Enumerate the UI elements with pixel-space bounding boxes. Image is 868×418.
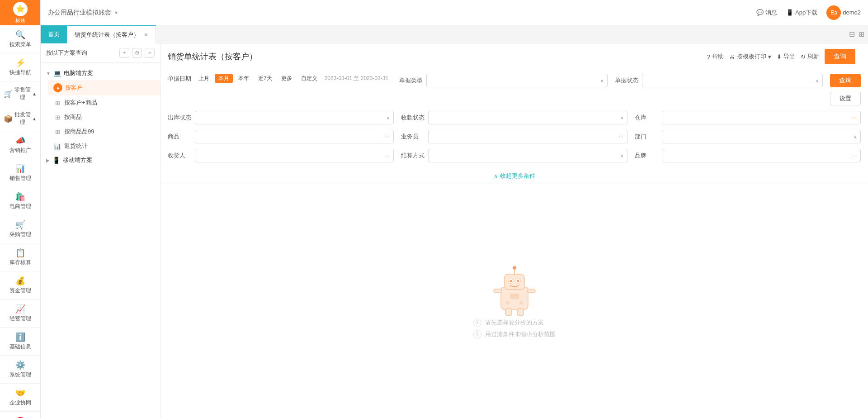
sidebar-item-basic-info[interactable]: ℹ️ 基础信息 (0, 328, 40, 356)
sidebar-item-ecommerce[interactable]: 🛍️ 电商管理 (0, 187, 40, 215)
goods-ellipsis[interactable]: ··· (385, 133, 390, 140)
goods-input[interactable]: ··· (195, 130, 394, 143)
collect-status-input[interactable]: ∨ (428, 111, 627, 124)
settings-button[interactable]: 设置 (830, 92, 861, 105)
mobile-scheme-header[interactable]: ▶ 📱 移动端方案 (41, 153, 160, 167)
message-action[interactable]: 💬 消息 (756, 9, 777, 17)
sidebar-item-finance[interactable]: 💰 资金管理 (0, 271, 40, 299)
sidebar-item-beginner[interactable]: 🎯 新手引导 (0, 412, 40, 418)
date-tab-more[interactable]: 更多 (278, 74, 296, 83)
warehouse-field: 仓库 ··· (635, 111, 861, 124)
settings-scheme-button[interactable]: ⚙ (132, 48, 142, 58)
doc-status-input[interactable]: ∨ (642, 74, 823, 87)
tab-expand-icon[interactable]: ⊞ (859, 30, 864, 38)
doc-status-arrow: ∨ (816, 78, 819, 83)
app-download-label: App下载 (795, 9, 817, 17)
sidebar-item-system[interactable]: ⚙️ 系统管理 (0, 356, 40, 384)
brand-ellipsis[interactable]: ··· (852, 152, 857, 159)
wholesale-icon: 📦 (4, 114, 13, 123)
sidebar-item-label: 搜索菜单 (9, 41, 31, 48)
doc-type-arrow: ∨ (600, 78, 604, 83)
empty-steps: ① 请先选择要分析的方案 ② 用过滤条件来缩小分析范围 (473, 318, 556, 338)
filter-row-2: 出库状态 ∨ 收款状态 ∨ (168, 111, 861, 124)
out-status-arrow: ∨ (387, 115, 390, 120)
add-scheme-button[interactable]: + (119, 48, 129, 58)
date-tab-lastmonth[interactable]: 上月 (195, 74, 213, 83)
warehouse-ellipsis[interactable]: ··· (852, 114, 857, 121)
help-button[interactable]: ? 帮助 (707, 52, 724, 61)
query-button[interactable]: 查询 (825, 49, 855, 64)
sidebar-item-purchase[interactable]: 🛒 采购管理 (0, 215, 40, 243)
app-logo: ⭐ 标账 (0, 0, 40, 25)
salesperson-ellipsis[interactable]: ··· (619, 133, 623, 140)
scheme-by-goods[interactable]: ⊞ 按商品 (48, 110, 160, 124)
collapse-button[interactable]: ∧ 收起更多条件 (494, 172, 535, 180)
print-label: 按模板打印 (737, 52, 766, 61)
header-left: 办公用品行业模拟账套 ▾ (48, 9, 118, 17)
department-field: 部门 ∨ (635, 130, 861, 143)
receiver-input[interactable]: ··· (195, 149, 394, 162)
beginner-icon: 🎯 (2, 416, 38, 418)
sidebar-item-enterprise-coop[interactable]: 🤝 企业协同 (0, 384, 40, 412)
user-profile[interactable]: Ea demo2 (826, 5, 861, 20)
left-panel-header: 按以下方案查询 + ⚙ « (41, 43, 160, 63)
scheme-return-stats[interactable]: 📊 退货统计 (48, 139, 160, 153)
collapse-panel-button[interactable]: « (145, 48, 155, 58)
goods-label: 商品 (168, 133, 195, 141)
brand-input[interactable]: ··· (662, 149, 861, 162)
sidebar-item-wholesale-mgmt[interactable]: 📦 批发管理 ▲ (0, 106, 40, 131)
sidebar-item-marketing[interactable]: 📣 营销推广 (0, 131, 40, 159)
settlement-input[interactable]: ∨ (428, 149, 627, 162)
export-button[interactable]: ⬇ 导出 (777, 52, 795, 61)
refresh-label: 刷新 (807, 52, 819, 61)
scheme-by-customer[interactable]: ● 按客户 (48, 80, 160, 95)
doc-status-field: 单据状态 ∨ (615, 74, 823, 87)
date-tab-7days[interactable]: 近7天 (255, 74, 276, 83)
sidebar-item-sales-mgmt[interactable]: 📊 销售管理 (0, 159, 40, 187)
date-tab-thismonth[interactable]: 本月 (215, 74, 233, 83)
page-title: 销货单统计表（按客户） (168, 51, 257, 62)
collapse-label: 收起更多条件 (500, 172, 535, 180)
svg-point-7 (513, 266, 516, 270)
warehouse-label: 仓库 (635, 114, 662, 122)
sidebar-item-search-menu[interactable]: 🔍 搜索菜单 (0, 25, 40, 53)
print-icon: 🖨 (729, 53, 735, 60)
main-area: 办公用品行业模拟账套 ▾ 💬 消息 📱 App下载 Ea demo2 首页 (41, 0, 868, 418)
header-dropdown-icon[interactable]: ▾ (115, 10, 118, 16)
sidebar-item-retail-mgmt[interactable]: 🛒 零售管理 ▲ (0, 81, 40, 106)
sidebar-item-label: 资金管理 (9, 287, 31, 294)
receiver-label: 收货人 (168, 152, 195, 160)
department-input[interactable]: ∨ (662, 130, 861, 143)
sidebar-item-inventory[interactable]: 📋 库存核算 (0, 243, 40, 271)
pc-group-label: 电脑端方案 (64, 69, 93, 77)
tab-sales-stats[interactable]: 销货单统计表（按客户） ✕ (67, 25, 156, 43)
sidebar-item-label: 企业协同 (9, 399, 31, 406)
mobile-scheme-group: ▶ 📱 移动端方案 (41, 153, 160, 167)
tab-minimize-icon[interactable]: ⊟ (849, 30, 855, 38)
svg-rect-9 (527, 289, 535, 293)
date-tab-thisyear[interactable]: 本年 (235, 74, 253, 83)
sidebar-item-label: 采购管理 (9, 231, 31, 238)
tab-close-icon[interactable]: ✕ (144, 32, 148, 38)
out-status-input[interactable]: ∨ (195, 111, 394, 124)
date-label: 单据日期 (168, 75, 195, 83)
svg-point-14 (519, 301, 523, 304)
refresh-button[interactable]: ↻ 刷新 (801, 52, 819, 61)
pc-scheme-group-header[interactable]: ▼ 💻 电脑端方案 (41, 66, 160, 80)
marketing-icon: 📣 (2, 136, 38, 146)
app-download-action[interactable]: 📱 App下载 (786, 9, 817, 17)
salesperson-input[interactable]: ··· (428, 130, 627, 143)
tab-home[interactable]: 首页 (41, 25, 67, 43)
scheme-by-customer-goods[interactable]: ⊞ 按客户+商品 (48, 95, 160, 110)
warehouse-input[interactable]: ··· (662, 111, 861, 124)
print-button[interactable]: 🖨 按模板打印 ▾ (729, 52, 771, 61)
sidebar-item-label: 销售管理 (9, 175, 31, 181)
sidebar-item-quick-nav[interactable]: ⚡ 快捷导航 (0, 53, 40, 81)
query-submit-button[interactable]: 查询 (830, 74, 861, 87)
sidebar-item-operation[interactable]: 📈 经营管理 (0, 299, 40, 328)
doc-type-input[interactable]: ∨ (426, 74, 607, 87)
scheme-by-goods-99[interactable]: ⊞ 按商品品99 (48, 124, 160, 139)
receiver-ellipsis[interactable]: ··· (385, 152, 390, 159)
date-tab-custom[interactable]: 自定义 (297, 74, 321, 83)
pc-group-icon: 💻 (53, 70, 61, 77)
